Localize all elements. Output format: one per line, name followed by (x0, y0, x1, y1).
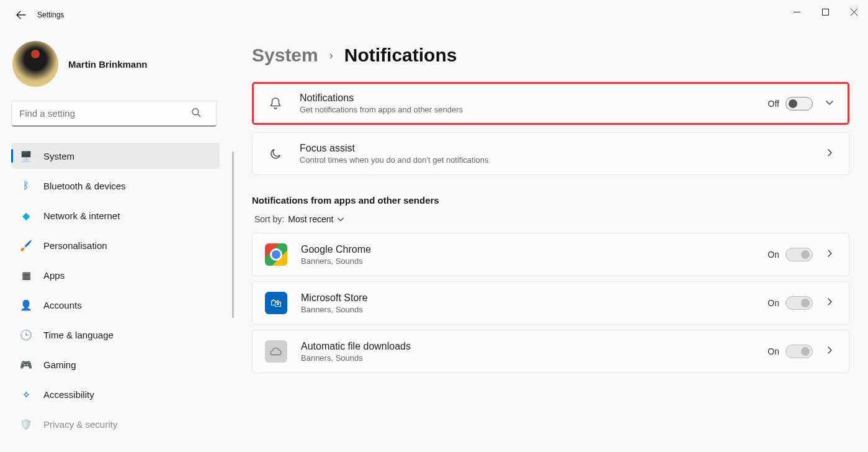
chevron-down-icon[interactable] (823, 96, 836, 112)
sidebar-item-network[interactable]: ◆Network & internet (11, 202, 220, 228)
arrow-left-icon (16, 10, 26, 20)
page-title: Notifications (344, 45, 457, 66)
maximize-button[interactable] (811, 0, 839, 24)
card-subtitle: Get notifications from apps and other se… (300, 105, 768, 114)
search-wrap (11, 101, 220, 127)
sidebar-item-apps[interactable]: ▦Apps (11, 262, 220, 288)
clock-icon: 🕒 (20, 328, 32, 341)
bluetooth-icon: ᛒ (20, 179, 32, 192)
minimize-button[interactable] (782, 0, 811, 24)
nav-label: Personalisation (43, 240, 107, 251)
toggle-state-label: On (767, 298, 779, 308)
notifications-card[interactable]: Notifications Get notifications from app… (252, 82, 849, 125)
window-controls (782, 0, 868, 24)
moon-icon (265, 147, 286, 161)
chevron-right-icon[interactable] (823, 295, 836, 311)
app-toggle[interactable] (785, 345, 813, 358)
nav-label: Network & internet (43, 210, 120, 221)
nav-label: Accounts (43, 300, 82, 310)
app-toggle[interactable] (785, 248, 813, 261)
app-subtitle: Banners, Sounds (301, 353, 767, 363)
sort-label: Sort by: (254, 214, 284, 224)
chrome-icon (265, 243, 287, 266)
accessibility-icon: ⟡ (20, 388, 32, 400)
bell-icon (265, 97, 286, 111)
close-icon (851, 9, 857, 16)
chevron-right-icon: › (329, 49, 333, 62)
app-subtitle: Banners, Sounds (301, 256, 767, 266)
svg-rect-1 (822, 9, 828, 15)
breadcrumb-parent[interactable]: System (252, 45, 318, 66)
content: System › Notifications Notifications Get… (230, 30, 868, 452)
brush-icon: 🖌️ (20, 239, 32, 251)
app-toggle[interactable] (785, 296, 813, 310)
nav-label: Privacy & security (43, 419, 117, 430)
nav-label: Apps (43, 270, 65, 281)
app-title: Microsoft Store (301, 292, 767, 304)
profile[interactable]: Martin Brinkmann (11, 41, 220, 87)
sidebar-item-system[interactable]: 🖥️System (11, 143, 220, 169)
app-row-store[interactable]: 🛍 Microsoft Store Banners, Sounds On (252, 281, 849, 325)
back-button[interactable] (14, 7, 29, 22)
sidebar-item-gaming[interactable]: 🎮Gaming (11, 351, 220, 377)
svg-point-4 (192, 109, 199, 115)
nav-label: Gaming (43, 359, 76, 370)
sidebar-item-bluetooth[interactable]: ᛒBluetooth & devices (11, 173, 220, 199)
sidebar-item-time[interactable]: 🕒Time & language (11, 322, 220, 348)
search-input[interactable] (11, 101, 217, 127)
avatar (12, 41, 58, 87)
nav-list: 🖥️System ᛒBluetooth & devices ◆Network &… (11, 143, 220, 437)
window-title: Settings (37, 11, 64, 19)
toggle-state-label: On (767, 346, 779, 356)
nav-label: Accessibility (43, 389, 94, 400)
section-title: Notifications from apps and other sender… (252, 195, 849, 206)
nav-label: Time & language (43, 330, 114, 340)
breadcrumb: System › Notifications (252, 45, 849, 66)
maximize-icon (822, 9, 829, 16)
chevron-right-icon[interactable] (823, 343, 836, 359)
nav-label: System (43, 151, 74, 161)
sidebar-item-accessibility[interactable]: ⟡Accessibility (11, 381, 220, 407)
sidebar-item-accounts[interactable]: 👤Accounts (11, 292, 220, 318)
sort-value: Most recent (288, 214, 333, 224)
card-title: Notifications (300, 93, 768, 104)
sidebar-item-privacy[interactable]: 🛡️Privacy & security (11, 411, 220, 437)
profile-name: Martin Brinkmann (68, 59, 148, 70)
card-title: Focus assist (300, 143, 813, 154)
toggle-state-label: On (767, 250, 779, 260)
search-icon (191, 107, 201, 120)
minimize-icon (794, 9, 800, 16)
close-button[interactable] (839, 0, 868, 24)
sidebar: Martin Brinkmann 🖥️System ᛒBluetooth & d… (0, 30, 230, 452)
wifi-icon: ◆ (20, 209, 32, 222)
gamepad-icon: 🎮 (20, 358, 32, 371)
store-icon: 🛍 (265, 292, 287, 314)
cloud-icon (265, 340, 287, 363)
shield-icon: 🛡️ (20, 418, 32, 430)
app-row-downloads[interactable]: Automatic file downloads Banners, Sounds… (252, 330, 849, 373)
sidebar-scrollbar[interactable] (232, 151, 234, 318)
chevron-right-icon[interactable] (823, 246, 836, 263)
app-title: Automatic file downloads (301, 341, 767, 352)
card-subtitle: Control times when you do and don't get … (300, 155, 813, 165)
sidebar-item-personalisation[interactable]: 🖌️Personalisation (11, 232, 220, 258)
sort-by-dropdown[interactable]: Sort by: Most recent (252, 214, 849, 224)
nav-label: Bluetooth & devices (43, 181, 126, 191)
toggle-state-label: Off (768, 99, 779, 109)
notifications-toggle[interactable] (785, 97, 813, 111)
svg-line-5 (198, 114, 200, 117)
titlebar: Settings (0, 0, 868, 30)
app-subtitle: Banners, Sounds (301, 305, 767, 314)
app-title: Google Chrome (301, 244, 767, 255)
person-icon: 👤 (20, 299, 32, 311)
apps-icon: ▦ (20, 269, 32, 281)
chevron-right-icon[interactable] (823, 146, 836, 162)
system-icon: 🖥️ (20, 150, 32, 162)
app-row-chrome[interactable]: Google Chrome Banners, Sounds On (252, 233, 849, 276)
chevron-down-icon (337, 215, 344, 223)
focus-assist-card[interactable]: Focus assist Control times when you do a… (252, 132, 849, 175)
